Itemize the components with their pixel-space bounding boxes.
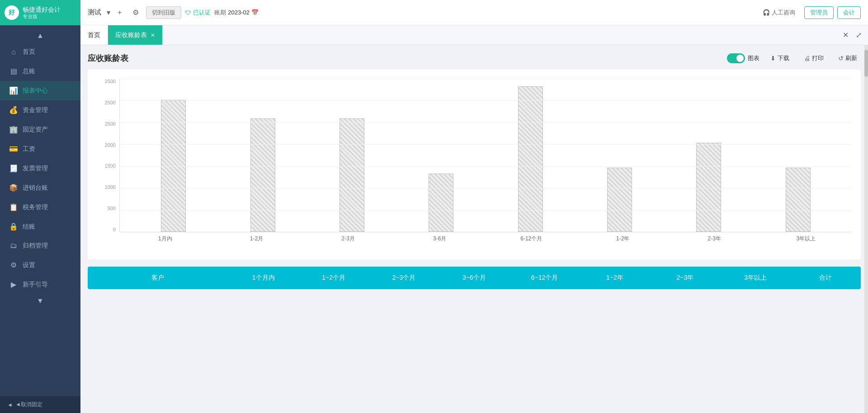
logo-text: 畅捷通好会计 专业版 [23,6,61,19]
th-2-3month: 2~3个月 [369,274,439,282]
tab-home[interactable]: 首页 [80,25,108,45]
table-container: 客户 1个月内 1~2个月 2~3个月 3~6个月 6~12个月 1~2年 2~… [88,267,861,289]
invoice-icon: 🧾 [9,164,18,173]
sidebar-item-archive[interactable]: 🗂 归档管理 [0,236,80,255]
assets-icon: 🏢 [9,125,18,134]
add-company-button[interactable]: + [114,7,125,19]
tabbar: 首页 应收账龄表 ✕ ✕ ⤢ [80,25,868,45]
cancel-pin-button[interactable]: ◄ ◄取消固定 [0,396,80,413]
sidebar-item-guide[interactable]: ▶ 新手引导 [0,275,80,294]
pin-icon: ◄ [7,402,13,408]
sidebar-item-home[interactable]: ⌂ 首页 [0,42,80,61]
sidebar-logo: 好 畅捷通好会计 专业版 [0,0,80,25]
x-label-1-2month: 1-2月 [211,235,303,243]
company-settings-button[interactable]: ⚙ [129,6,142,19]
consult-button[interactable]: 🎧 人工咨询 [763,9,795,17]
verified-badge: 🛡 已认证 [185,9,211,17]
chart-toggle-label: 图表 [748,54,760,62]
tab-close-button[interactable]: ✕ [151,32,155,38]
th-1-2month: 1~2个月 [298,274,368,282]
ledger-icon: ▤ [9,67,18,75]
bar-1-2month [250,118,275,232]
expand-tab-button[interactable]: ⤢ [854,29,863,41]
scroll-down-button[interactable]: ▼ [0,294,80,308]
y-label-1500: 1500 [105,163,116,169]
th-6-12month: 6~12个月 [509,274,580,282]
chart-toggle-switch[interactable] [727,53,745,63]
sidebar-item-ledger[interactable]: ▤ 总账 [0,61,80,81]
y-label-0: 0 [113,227,116,232]
main-content: 应收账龄表 图表 ⬇ 下载 🖨 打印 ↺ 刷新 [80,45,868,413]
x-label-2-3year: 2-3年 [669,235,760,243]
archive-icon: 🗂 [9,242,18,250]
scrollbar-thumb[interactable] [864,50,868,77]
x-label-1month: 1月内 [119,235,211,243]
tab-ar-aging[interactable]: 应收账龄表 ✕ [108,25,163,45]
y-label-2000: 2000 [105,142,116,148]
salary-icon: 💳 [9,145,18,153]
sidebar-item-tax[interactable]: 📋 税务管理 [0,197,80,217]
sidebar-item-funds[interactable]: 💰 资金管理 [0,100,80,120]
company-dropdown[interactable]: ▾ [107,8,110,17]
y-label-2500b: 2500 [105,100,116,105]
bar-3-6month [429,174,453,232]
user-button[interactable]: 管理员 [804,6,834,19]
print-button[interactable]: 🖨 打印 [800,52,827,64]
refresh-button[interactable]: ↺ 刷新 [835,52,861,64]
guide-icon: ▶ [9,280,18,289]
shield-icon: 🛡 [185,9,191,16]
reports-icon: 📊 [9,86,18,95]
sidebar: 好 畅捷通好会计 专业版 ▲ ⌂ 首页 ▤ 总账 📊 报表中心 💰 资金管理 🏢… [0,0,80,413]
x-label-1-2year: 1-2年 [577,235,669,243]
th-3-6month: 3~6个月 [439,274,509,282]
y-label-500: 500 [108,206,116,211]
bar-3year-plus [786,168,811,232]
refresh-icon: ↺ [838,55,844,62]
switch-old-version-button[interactable]: 切到旧版 [146,6,181,19]
sidebar-item-sales[interactable]: 📦 进销台账 [0,178,80,197]
settings-icon: ⚙ [9,261,18,269]
bar-chart: 2500 2500 2500 2000 1500 1000 500 0 [97,79,852,250]
sidebar-item-salary[interactable]: 💳 工资 [0,139,80,159]
scroll-up-button[interactable]: ▲ [0,29,80,42]
th-customer: 客户 [88,274,228,282]
scrollbar-track [864,45,868,413]
period-display: 账期 2023-02 📅 [214,9,259,17]
x-label-6-12month: 6-12个月 [486,235,577,243]
calendar-icon[interactable]: 📅 [251,9,259,16]
sidebar-item-closing[interactable]: 🔒 结账 [0,217,80,236]
bar-1-2year [607,168,632,232]
home-icon: ⌂ [9,48,18,56]
th-total: 合计 [791,274,861,282]
tax-icon: 📋 [9,203,18,211]
sidebar-item-settings[interactable]: ⚙ 设置 [0,255,80,275]
x-label-2-3month: 2-3月 [302,235,394,243]
page-actions: 图表 ⬇ 下载 🖨 打印 ↺ 刷新 [727,52,861,64]
th-1-2year: 1~2年 [580,274,650,282]
print-icon: 🖨 [804,55,810,62]
close-tab-button[interactable]: ✕ [841,29,850,41]
tabbar-actions: ✕ ⤢ [836,25,868,45]
x-label-3year-plus: 3年以上 [760,235,852,243]
closing-icon: 🔒 [9,222,18,231]
bar-2-3year [696,143,721,232]
sidebar-item-reports[interactable]: 📊 报表中心 [0,81,80,100]
company-name: 测试 [88,8,101,17]
th-2-3year: 2~3年 [650,274,720,282]
sidebar-item-assets[interactable]: 🏢 固定资产 [0,120,80,139]
page-header: 应收账龄表 图表 ⬇ 下载 🖨 打印 ↺ 刷新 [88,52,861,64]
y-label-2500c: 2500 [105,121,116,127]
y-label-2500a: 2500 [105,79,116,84]
logo-icon: 好 [5,5,19,20]
bar-2-3month [340,118,364,232]
role-button[interactable]: 会计 [837,6,861,19]
download-button[interactable]: ⬇ 下载 [767,52,793,64]
y-label-1000: 1000 [105,184,116,190]
topbar: 测试 ▾ + ⚙ 切到旧版 🛡 已认证 账期 2023-02 📅 🎧 人工咨询 … [80,0,868,25]
headset-icon: 🎧 [763,9,770,16]
funds-icon: 💰 [9,106,18,114]
sidebar-item-invoice[interactable]: 🧾 发票管理 [0,159,80,178]
sales-icon: 📦 [9,183,18,192]
page-title: 应收账龄表 [88,53,128,64]
table-header: 客户 1个月内 1~2个月 2~3个月 3~6个月 6~12个月 1~2年 2~… [88,267,861,289]
